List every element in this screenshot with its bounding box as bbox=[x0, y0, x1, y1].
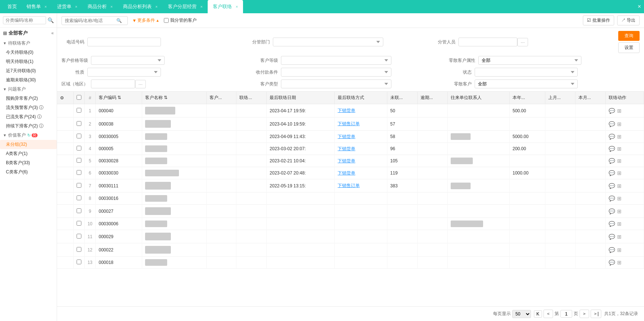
chat-icon[interactable]: 💬 bbox=[609, 108, 615, 114]
manager-dots-btn[interactable]: ··· bbox=[517, 38, 528, 46]
tab-customer-segment[interactable]: 客户分层经营 × bbox=[163, 0, 208, 13]
last-contact-method-col-header[interactable]: 最后联络方式 bbox=[335, 92, 387, 104]
sidebar-group-pending-contact[interactable]: ▼ 待联络客户 bbox=[0, 39, 57, 48]
filter-search-input[interactable] bbox=[65, 18, 116, 23]
tab-sales[interactable]: 销售单 × bbox=[21, 0, 52, 13]
tab-product-analysis-list[interactable]: 商品分析列表 × bbox=[118, 0, 163, 13]
row-last-contact-method[interactable] bbox=[335, 193, 387, 205]
contact-method-link[interactable]: 下销货单 bbox=[338, 158, 355, 163]
sidebar-all-customers[interactable]: ⊞ 全部客户 « bbox=[0, 28, 57, 39]
row-checkbox-cell[interactable] bbox=[73, 205, 84, 218]
tab-product-analysis[interactable]: 商品分析 × bbox=[82, 0, 118, 13]
chat-icon[interactable]: 💬 bbox=[609, 195, 615, 201]
contact-method-link[interactable]: 下销货单 bbox=[338, 146, 355, 151]
row-checkbox[interactable] bbox=[77, 170, 81, 175]
per-page-select[interactable]: 50 100 bbox=[512, 310, 531, 318]
row-last-contact-method[interactable] bbox=[335, 218, 387, 230]
row-last-contact-method[interactable] bbox=[335, 205, 387, 218]
sidebar-item-today[interactable]: 今天待联络(0) bbox=[0, 48, 57, 57]
row-checkbox-cell[interactable] bbox=[73, 131, 84, 143]
row-last-contact-method[interactable]: 下销售订单 bbox=[335, 117, 387, 131]
this-year-col-header[interactable]: 本年... bbox=[510, 92, 545, 104]
row-checkbox[interactable] bbox=[77, 146, 81, 151]
region-dots-btn[interactable]: ··· bbox=[135, 80, 146, 88]
row-checkbox[interactable] bbox=[77, 134, 81, 138]
customer-level-select[interactable] bbox=[281, 56, 391, 65]
row-checkbox-cell[interactable] bbox=[73, 167, 84, 179]
sidebar-item-7days[interactable]: 近7天待联络(0) bbox=[0, 66, 57, 75]
code-col-header[interactable]: 客户编码 ⇅ bbox=[95, 92, 142, 104]
sidebar-item-ungrouped[interactable]: 未分组(32) bbox=[0, 140, 57, 149]
row-checkbox[interactable] bbox=[77, 221, 81, 226]
row-last-contact-method[interactable] bbox=[335, 257, 387, 269]
tab-home[interactable]: 首页 bbox=[3, 0, 21, 13]
row-last-contact-method[interactable]: 下销货单 bbox=[335, 167, 387, 179]
tab-purchase[interactable]: 进货单 × bbox=[52, 0, 82, 13]
close-all-icon[interactable]: × bbox=[638, 3, 641, 10]
contact-method-link[interactable]: 下销货单 bbox=[338, 108, 355, 113]
row-last-contact-method[interactable]: 下销货单 bbox=[335, 131, 387, 143]
query-btn[interactable]: 查询 bbox=[618, 31, 640, 41]
row-checkbox-cell[interactable] bbox=[73, 104, 84, 117]
row-checkbox-cell[interactable] bbox=[73, 243, 84, 257]
row-checkbox[interactable] bbox=[77, 108, 81, 113]
row-last-contact-method[interactable]: 下销货单 bbox=[335, 155, 387, 167]
chat-icon[interactable]: 💬 bbox=[609, 247, 615, 253]
row-checkbox[interactable] bbox=[77, 158, 81, 163]
row-checkbox-cell[interactable] bbox=[73, 155, 84, 167]
sidebar-group-problem-customers[interactable]: ▼ 问题客户 bbox=[0, 85, 57, 94]
type-col-header[interactable]: 客户... bbox=[206, 92, 236, 104]
row-last-contact-method[interactable] bbox=[335, 243, 387, 257]
retail-attr-select[interactable]: 全部 bbox=[478, 56, 581, 65]
contact-method-link[interactable]: 下销售订单 bbox=[338, 121, 360, 126]
qr-icon[interactable]: ⊞ bbox=[617, 108, 622, 114]
row-checkbox-cell[interactable] bbox=[73, 218, 84, 230]
close-customer-segment-icon[interactable]: × bbox=[200, 4, 203, 9]
chat-icon[interactable]: 💬 bbox=[609, 158, 615, 164]
reset-btn[interactable]: 设置 bbox=[618, 42, 640, 53]
qr-icon[interactable]: ⊞ bbox=[617, 183, 622, 189]
qr-icon[interactable]: ⊞ bbox=[617, 234, 622, 240]
status-select[interactable] bbox=[475, 68, 578, 77]
sidebar-item-c-class[interactable]: C类客户(6) bbox=[0, 167, 57, 177]
row-checkbox-cell[interactable] bbox=[73, 193, 84, 205]
sidebar-item-tomorrow[interactable]: 明天待联络(1) bbox=[0, 57, 57, 66]
row-checkbox-cell[interactable] bbox=[73, 143, 84, 155]
customer-type-select[interactable] bbox=[281, 80, 391, 88]
sidebar-item-overdue[interactable]: 逾期未联络(30) bbox=[0, 75, 57, 85]
sidebar-group-value-customers[interactable]: ▼ 价值客户 ↻ R bbox=[0, 131, 57, 140]
contact-col-header[interactable]: 联络... bbox=[236, 92, 267, 104]
contact-method-link[interactable]: 下销货单 bbox=[338, 134, 355, 139]
sidebar-item-hoarding[interactable]: 囤购异常客户(2) bbox=[0, 94, 57, 103]
prev-page-btn[interactable]: ＜ bbox=[543, 310, 553, 318]
row-last-contact-method[interactable] bbox=[335, 230, 387, 243]
row-last-contact-method[interactable]: 下销售订单 bbox=[335, 179, 387, 193]
row-last-contact-method[interactable]: 下销货单 bbox=[335, 104, 387, 117]
first-page-btn[interactable]: K bbox=[534, 310, 542, 318]
sidebar-item-b-class[interactable]: B类客户(33) bbox=[0, 158, 57, 167]
filter-search-icon[interactable]: 🔍 bbox=[116, 18, 122, 23]
tab-customer-contact[interactable]: 客户联络 × bbox=[208, 0, 243, 13]
qr-icon[interactable]: ⊞ bbox=[617, 247, 622, 253]
qr-icon[interactable]: ⊞ bbox=[617, 170, 622, 176]
row-checkbox[interactable] bbox=[77, 195, 81, 200]
sidebar-search-icon[interactable]: 🔍 bbox=[47, 17, 54, 23]
chat-icon[interactable]: 💬 bbox=[609, 134, 615, 140]
select-all-col[interactable] bbox=[73, 92, 84, 104]
my-customers-checkbox[interactable]: 我分管的客户 bbox=[164, 17, 197, 24]
export-btn[interactable]: ↗ 导出 bbox=[617, 15, 640, 25]
row-last-contact-method[interactable]: 下销货单 bbox=[335, 143, 387, 155]
not-contacted-col-header[interactable]: 未联... bbox=[387, 92, 417, 104]
row-checkbox[interactable] bbox=[77, 247, 81, 252]
qr-icon[interactable]: ⊞ bbox=[617, 146, 622, 152]
price-level-select[interactable] bbox=[91, 56, 165, 65]
qr-icon[interactable]: ⊞ bbox=[617, 195, 622, 201]
sidebar-item-a-class[interactable]: A类客户(1) bbox=[0, 149, 57, 158]
sidebar-item-declining[interactable]: 持续下滑客户(2) ⓘ bbox=[0, 121, 57, 131]
payment-select[interactable] bbox=[281, 68, 391, 77]
page-input[interactable] bbox=[560, 310, 572, 318]
nature-select[interactable] bbox=[87, 68, 161, 77]
retail-select[interactable]: 全部 bbox=[475, 80, 578, 88]
contact-method-link[interactable]: 下销售订单 bbox=[338, 183, 360, 188]
qr-icon[interactable]: ⊞ bbox=[617, 134, 622, 140]
